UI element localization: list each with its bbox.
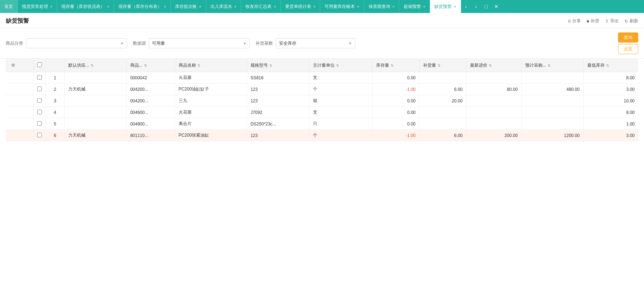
row-num-cell: 4 [45,107,64,118]
replenish-basis-select[interactable]: 安全库存 ▼ [276,38,355,48]
row-stock-cell: 0.00 [373,95,419,107]
col-row-num [45,59,64,72]
col-product-code[interactable]: 商品... ⇅ [126,59,175,72]
tab-expiry-query[interactable]: 保质期查询 × [364,0,399,13]
col-supplier[interactable]: 默认供应... ⇅ [65,59,127,72]
tab-home[interactable]: 首页 [0,0,18,13]
filter-row: 商品分类 ▼ 数据源 可用量 ▼ 补货基数 安全库存 ▼ 查询 设置 [0,28,644,59]
row-supplier-cell: 力天机械 [65,130,127,141]
datasource-select[interactable]: 可用量 ▼ [149,38,250,48]
row-price-cell [466,118,522,130]
export-button[interactable]: ⇧ 导出 [605,18,619,24]
row-checkbox[interactable] [37,121,42,126]
category-filter-group: 商品分类 ▼ [6,38,127,48]
tab-nav-prev[interactable]: ‹ [461,0,471,13]
row-name-cell: 火花塞 [175,107,247,118]
tab-close-in-out-flow[interactable]: × [234,4,236,9]
action-buttons: 查询 设置 [618,32,638,54]
col-min-stock[interactable]: 最低库存 ⇅ [583,59,638,72]
row-code-cell: 0000042 [126,72,175,84]
tab-nav-next[interactable]: › [471,0,481,13]
tab-shortage[interactable]: 缺货预警 × [430,0,461,13]
row-est-cell: 480.00 [522,84,584,95]
row-checkbox[interactable] [37,87,42,91]
tab-abnormal[interactable]: 拣货异常处理 × [18,0,57,13]
row-name-cell: PC200油缸缸子 [175,84,247,95]
row-name-cell: 三九 [175,95,247,107]
row-spec-cell: 123 [247,95,309,107]
table-row[interactable]: 3 004200... 三九 123 箱 0.00 20.00 10.00 [6,95,638,107]
col-unit[interactable]: 主计量单位 ⇅ [309,59,372,72]
tab-batch-account[interactable]: 库存批次账 × [171,0,206,13]
tab-close-inventory-status[interactable]: × [107,4,109,9]
row-num-cell: 2 [45,84,64,95]
col-settings: ⚙ [6,59,33,72]
col-select-all [33,59,45,72]
data-table: ⚙ 默认供应... ⇅ 商品... [6,59,638,141]
tab-close-batch-account[interactable]: × [199,4,201,9]
tab-close-available-ledger[interactable]: × [357,4,359,9]
row-code-cell: 004800... [126,118,175,130]
row-min-stock-cell: 1.00 [583,118,638,130]
row-checkbox-cell [33,118,45,130]
tab-close-abnormal[interactable]: × [50,4,52,9]
col-stock-qty[interactable]: 库存量 ⇅ [373,59,419,72]
tab-close-receive-summary[interactable]: × [274,4,276,9]
table-row[interactable]: 1 0000042 火花塞 SS816 支 0.00 8.00 [6,72,638,84]
row-min-stock-cell: 3.00 [583,84,638,95]
export-icon: ⇧ [605,19,609,24]
row-replenish-cell [419,118,466,130]
tab-close-shortage[interactable]: × [454,4,456,9]
supplier-sort-icon: ⇅ [91,63,93,67]
row-spec-cell: J7092 [247,107,309,118]
row-spec-cell: 123 [247,130,309,141]
row-unit-cell: 个 [309,84,372,95]
tab-receive-summary[interactable]: 收发存汇总表 × [241,0,280,13]
column-settings-icon[interactable]: ⚙ [9,62,17,69]
row-checkbox[interactable] [37,98,42,103]
tab-restore[interactable]: □ [481,0,491,13]
tab-close-overstock[interactable]: × [423,4,425,9]
share-icon: ⎘ [568,19,571,24]
tab-inventory-dist[interactable]: 现存量（库存分布表） × [114,0,171,13]
col-product-name[interactable]: 商品名称 ⇅ [175,59,247,72]
row-checkbox[interactable] [37,133,42,137]
tab-close-all[interactable]: ✕ [491,0,501,13]
replenish-button[interactable]: ■ 补货 [587,18,599,24]
row-min-stock-cell: 8.00 [583,72,638,84]
tab-close-inventory-dist[interactable]: × [164,4,166,9]
tab-available-ledger[interactable]: 可用量库存账本 × [320,0,364,13]
query-button[interactable]: 查询 [618,32,638,43]
row-stock-cell: 0.00 [373,72,419,84]
select-all-checkbox[interactable] [37,62,42,67]
settings-button[interactable]: 设置 [618,44,638,54]
row-supplier-cell [65,118,127,130]
tab-overstock[interactable]: 超储预警 × [399,0,430,13]
row-replenish-cell [419,107,466,118]
share-button[interactable]: ⎘ 分享 [568,18,581,24]
row-checkbox[interactable] [37,110,42,114]
row-code-cell: 004200... [126,84,175,95]
tab-close-expiry-query[interactable]: × [392,4,395,9]
row-supplier-cell [65,72,127,84]
table-row[interactable]: 5 004800... 离合片 DS250*23c... 只 0.00 1.00 [6,118,638,130]
row-min-stock-cell: 3.00 [583,130,638,141]
col-replenish-qty[interactable]: 补货量 ⇅ [419,59,466,72]
refresh-button[interactable]: ↻ 刷新 [625,18,638,24]
category-chevron-icon: ▼ [120,41,124,45]
tab-in-out-flow[interactable]: 出入库流水 × [206,0,241,13]
row-checkbox[interactable] [37,75,42,80]
tab-close-order-stats[interactable]: × [313,4,316,9]
tab-order-stats[interactable]: 要货单统计表 × [281,0,320,13]
col-spec[interactable]: 规格型号 ⇅ [247,59,309,72]
col-est-purchase[interactable]: 预计采购... ⇅ [522,59,584,72]
tab-inventory-status[interactable]: 现存量（库存状况表） × [57,0,114,13]
table-row[interactable]: 4 004600... 火花塞 J7092 支 0.00 8.00 [6,107,638,118]
row-settings-cell [6,107,33,118]
est-sort-icon: ⇅ [548,63,551,67]
table-row[interactable]: 6 力天机械 801110... PC200张紧油缸 123 个 -1.00 6… [6,130,638,141]
table-row[interactable]: 2 力天机械 004200... PC200油缸缸子 123 个 -1.00 6… [6,84,638,95]
category-select[interactable]: ▼ [26,38,127,48]
row-num-cell: 3 [45,95,64,107]
col-latest-price[interactable]: 最新进价 ⇅ [466,59,522,72]
